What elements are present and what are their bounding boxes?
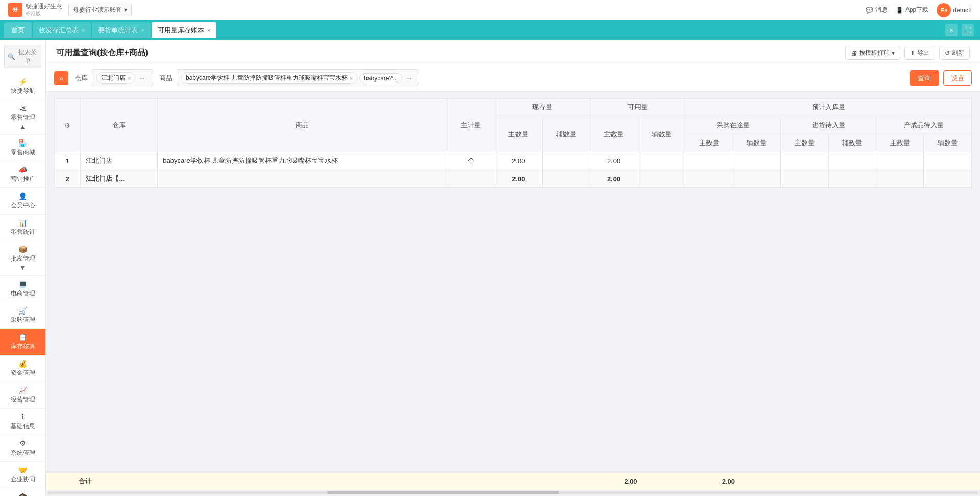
message-icon: 💬: [866, 7, 873, 14]
basic-info-label: 基础信息: [11, 422, 35, 431]
retail-mgmt-label: 零售管理: [11, 113, 35, 122]
tenant-chevron-icon: [124, 6, 127, 13]
row-1-no: 2: [55, 170, 81, 188]
tab-receive-summary-label: 收发存汇总表: [39, 26, 79, 35]
scrollbar-track: [48, 491, 978, 494]
retail-mall-icon: 🏪: [18, 139, 27, 147]
row-1-stock-main: 2.00: [495, 170, 542, 188]
sidebar-item-retail-stats[interactable]: 📊 零售统计: [0, 215, 45, 241]
sidebar-item-retail-mgmt[interactable]: 🛍 零售管理 ▲: [0, 100, 45, 135]
tab-available-stock[interactable]: 可用量库存账本: [152, 22, 216, 38]
warehouse-input[interactable]: 江北门店 × ···: [92, 69, 153, 86]
col-product-header: 商品: [158, 99, 447, 152]
summary-stock-main: 2.00: [597, 473, 665, 490]
col-current-stock-header: 现存量: [495, 99, 590, 116]
marketing-icon: 📣: [18, 166, 27, 174]
tab-receive-summary-close[interactable]: [82, 27, 85, 33]
logo-text-block: 畅捷通好生意 标准版: [26, 3, 62, 17]
sidebar-item-basic-info[interactable]: ℹ 基础信息: [0, 409, 45, 435]
tab-bar: 首页 收发存汇总表 要货单统计表 可用量库存账本 × ⛶: [0, 20, 980, 40]
operation-mgmt-label: 经营管理: [11, 395, 35, 404]
product-tag-0-value: babycare学饮杯 儿童防摔防撞吸管杯重力球吸嘴杯宝宝水杯: [186, 74, 348, 82]
message-action[interactable]: 💬 消息: [866, 6, 888, 14]
retail-stats-icon: 📊: [18, 219, 27, 227]
row-1-product: [158, 170, 447, 188]
inventory-check-label: 库存核算: [11, 342, 35, 351]
summary-bar: 合计 2.00 2.00: [46, 471, 980, 490]
sidebar-search-button[interactable]: 🔍 搜索菜单: [4, 45, 41, 68]
col-purchase-transit-aux-header: 辅数量: [733, 134, 780, 152]
tab-home[interactable]: 首页: [4, 22, 32, 38]
app-icon: 📱: [896, 7, 903, 14]
row-1-product-pending-aux: [924, 170, 972, 188]
tab-order-stats-close[interactable]: [141, 27, 144, 33]
export-button[interactable]: ⬆ 导出: [904, 46, 935, 60]
sidebar-item-member-center[interactable]: 👤 会员中心: [0, 188, 45, 215]
tab-bar-actions: × ⛶: [945, 24, 980, 36]
sidebar-search-area: 🔍 搜索菜单: [0, 40, 45, 74]
col-settings-header[interactable]: ⚙: [55, 99, 81, 152]
summary-product-pending-main: [912, 473, 942, 490]
product-tag-0: babycare学饮杯 儿童防摔防撞吸管杯重力球吸嘴杯宝宝水杯 ×: [181, 72, 357, 84]
col-incoming-pending-header: 进货待入量: [781, 116, 876, 134]
print-template-button[interactable]: 🖨 按模板打印: [845, 46, 900, 60]
product-input[interactable]: babycare学饮杯 儿童防摔防撞吸管杯重力球吸嘴杯宝宝水杯 × babyca…: [177, 69, 418, 86]
warehouse-more-icon[interactable]: ···: [137, 73, 146, 84]
table-container: ⚙ 仓库 商品 主计量 现存量: [46, 92, 980, 471]
tab-order-stats-label: 要货单统计表: [98, 26, 138, 35]
quick-nav-icon: ⚡: [18, 78, 27, 86]
col-current-stock-aux-header: 辅数量: [543, 116, 590, 152]
retail-stats-label: 零售统计: [11, 228, 35, 237]
row-1-incoming-pending-main: [781, 170, 828, 188]
row-1-warehouse: 江北门店【...: [81, 170, 158, 188]
tab-order-stats[interactable]: 要货单统计表: [92, 22, 150, 38]
filter-expand-button[interactable]: »: [54, 71, 68, 85]
row-1-purchase-transit-aux: [733, 170, 780, 188]
row-0-product-pending-aux: [924, 152, 972, 170]
tab-close-all-button[interactable]: ×: [945, 24, 958, 36]
message-label: 消息: [875, 6, 888, 14]
finance-mgmt-icon: 💰: [18, 360, 27, 368]
settings-button[interactable]: 设置: [943, 70, 972, 86]
sidebar-item-marketing[interactable]: 📣 营销推广: [0, 161, 45, 188]
row-0-unit: 个: [447, 152, 495, 170]
query-button[interactable]: 查询: [910, 70, 939, 86]
retail-mgmt-icon: 🛍: [19, 104, 27, 112]
col-incoming-pending-main-header: 主数量: [781, 134, 828, 152]
tab-available-stock-close[interactable]: [207, 27, 210, 33]
sidebar-item-new-guide[interactable]: 🎓 新手引导: [0, 488, 45, 496]
sidebar-item-operation-mgmt[interactable]: 📈 经营管理: [0, 382, 45, 409]
sidebar-item-inventory-check[interactable]: 📋 库存核算: [0, 329, 45, 356]
sidebar-item-enterprise-collab[interactable]: 🤝 企业协同: [0, 462, 45, 488]
scrollbar-thumb[interactable]: [327, 491, 560, 494]
tab-receive-summary[interactable]: 收发存汇总表: [33, 22, 91, 38]
summary-placeholder-settings: [54, 473, 74, 490]
sidebar-item-retail-mall[interactable]: 🏪 零售商城: [0, 135, 45, 161]
col-current-stock-main-header: 主数量: [495, 116, 542, 152]
sidebar-item-quick-nav[interactable]: ⚡ 快捷导航: [0, 74, 45, 100]
refresh-button[interactable]: ↺ 刷新: [939, 46, 970, 60]
page-actions: 🖨 按模板打印 ⬆ 导出 ↺ 刷新: [845, 46, 970, 60]
content-area: 可用量查询(按仓库+商品) 🖨 按模板打印 ⬆ 导出 ↺ 刷新: [46, 40, 980, 496]
warehouse-tag-close-icon[interactable]: ×: [128, 75, 131, 81]
product-more-icon[interactable]: ···: [404, 73, 413, 84]
tab-expand-button[interactable]: ⛶: [962, 24, 974, 36]
summary-label: 合计: [74, 473, 208, 490]
sidebar-item-finance-mgmt[interactable]: 💰 资金管理: [0, 356, 45, 382]
product-tag-1-value: babycare?...: [364, 75, 398, 82]
sidebar-item-wholesale-mgmt[interactable]: 📦 批发管理 ▼: [0, 241, 45, 276]
tenant-selector[interactable]: 母婴行业演示账套: [68, 4, 132, 16]
app-download-action[interactable]: 📱 App下载: [896, 6, 928, 14]
sidebar-item-ecommerce-mgmt[interactable]: 💻 电商管理: [0, 276, 45, 302]
sidebar-item-sys-mgmt[interactable]: ⚙ 系统管理: [0, 435, 45, 462]
horizontal-scrollbar[interactable]: [46, 490, 980, 496]
row-0-no: 1: [55, 152, 81, 170]
product-tag-0-close-icon[interactable]: ×: [350, 75, 353, 81]
row-0-avail-main: 2.00: [590, 152, 638, 170]
quick-nav-label: 快捷导航: [11, 87, 35, 96]
col-warehouse-header: 仓库: [81, 99, 158, 152]
user-area[interactable]: Ea demo2: [937, 3, 972, 17]
expand-arrow-icon: »: [59, 74, 63, 82]
top-bar-left: 好 畅捷通好生意 标准版 母婴行业演示账套: [8, 3, 132, 17]
sidebar-item-purchase-mgmt[interactable]: 🛒 采购管理: [0, 302, 45, 329]
